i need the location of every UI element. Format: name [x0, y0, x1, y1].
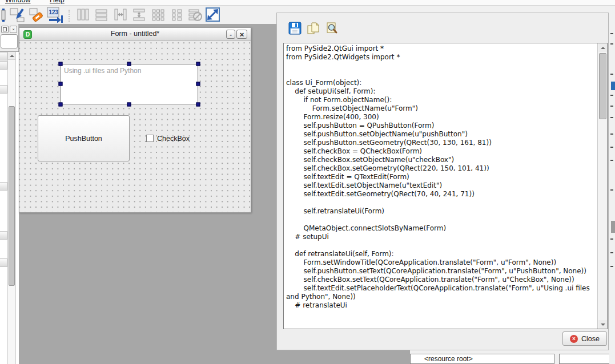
resource-root-item[interactable]: <resource root>	[424, 355, 473, 363]
svg-text:123: 123	[49, 9, 59, 15]
layout-vertical-button[interactable]	[94, 7, 110, 23]
dialog-close-button[interactable]: × Close	[562, 331, 607, 346]
scrollbar-thumb[interactable]	[9, 106, 15, 286]
clipped-text-mark	[610, 147, 613, 148]
clipped-text-mark	[610, 74, 613, 75]
widget-box-scrollbar[interactable]	[7, 52, 16, 364]
clipped-text-mark	[610, 117, 613, 118]
layout-vertical-icon	[94, 7, 110, 23]
break-layout-button[interactable]	[187, 7, 203, 23]
close-icon: ×	[12, 27, 15, 32]
widget-filter-input[interactable]	[1, 34, 18, 48]
edit-buddies-icon	[29, 7, 45, 23]
widget-box-panel: ×	[0, 24, 19, 364]
checkbox-indicator[interactable]	[146, 135, 154, 142]
selection-handle[interactable]	[196, 62, 200, 66]
selection-handle[interactable]	[59, 62, 63, 66]
selection-handle[interactable]	[127, 62, 131, 66]
close-icon: ×	[570, 335, 578, 343]
save-icon	[288, 22, 302, 35]
scrollbar-thumb[interactable]	[599, 53, 606, 119]
widget-category-row[interactable]	[0, 61, 7, 70]
code-preview-dialog: from PySide2.QtGui import * from PySide2…	[276, 13, 609, 350]
clipped-text-mark	[610, 266, 613, 267]
arrow-down-icon	[601, 323, 605, 326]
textedit-widget[interactable]: Using .ui files and Python	[61, 64, 198, 104]
edit-signals-slots-button[interactable]	[9, 7, 25, 23]
clipped-text-mark	[610, 189, 613, 191]
edit-tab-order-button[interactable]: 123	[47, 7, 63, 23]
scroll-up-button[interactable]	[598, 43, 607, 52]
close-button[interactable]: ×	[236, 30, 247, 39]
arrow-up-icon	[601, 47, 605, 49]
layout-form-icon	[169, 7, 185, 23]
code-scrollbar[interactable]	[597, 43, 607, 329]
dock-float-button[interactable]	[1, 26, 9, 33]
selection-handle[interactable]	[59, 82, 63, 86]
clipped-text-mark	[610, 134, 613, 135]
layout-vertical-splitter-button[interactable]	[131, 7, 147, 23]
selection-handle[interactable]	[127, 103, 131, 107]
adjust-size-icon	[205, 7, 221, 23]
form-title: Form - untitled*	[19, 30, 251, 38]
layout-horizontal-splitter-button[interactable]	[112, 7, 128, 23]
layout-horizontal-button[interactable]	[75, 7, 91, 23]
clipped-text-mark	[610, 160, 613, 161]
clipped-text-mark	[610, 43, 613, 45]
scroll-down-button[interactable]	[598, 320, 607, 329]
widget-category-row[interactable]	[0, 258, 7, 267]
form-preview-window: D Form - untitled* - × Using .ui files a…	[19, 27, 251, 213]
qt-designer-window: Window Help	[0, 0, 615, 364]
main-toolbar: 123	[0, 6, 278, 25]
form-titlebar[interactable]: D Form - untitled* - ×	[19, 28, 251, 41]
find-in-code-button[interactable]	[324, 21, 340, 37]
widget-category-row[interactable]	[0, 231, 7, 240]
selected-item-fragment[interactable]	[611, 82, 615, 90]
minimize-button[interactable]: -	[226, 30, 235, 39]
edit-buddies-button[interactable]	[29, 7, 45, 23]
layout-form-button[interactable]	[169, 7, 185, 23]
layout-vertical-splitter-icon	[131, 7, 147, 23]
clipped-text-mark	[610, 238, 613, 240]
item-fragment	[611, 221, 615, 233]
edit-tab-order-icon: 123	[47, 7, 63, 23]
widget-category-row[interactable]	[0, 52, 7, 60]
clipped-text-mark	[610, 33, 613, 34]
dock-close-button[interactable]: ×	[10, 26, 17, 33]
clipped-text-mark	[610, 95, 613, 96]
find-icon	[325, 22, 339, 35]
edit-widgets-button[interactable]	[0, 7, 7, 23]
edit-widgets-icon	[0, 7, 6, 22]
checkbox-label: CheckBox	[157, 135, 190, 143]
layout-grid-button[interactable]	[150, 7, 166, 23]
pushbutton-widget[interactable]: PushButton	[38, 115, 130, 161]
generated-python-code[interactable]: from PySide2.QtGui import * from PySide2…	[286, 45, 596, 310]
clipped-text-mark	[610, 106, 613, 107]
selection-handle[interactable]	[196, 103, 200, 107]
widget-category-row[interactable]	[0, 182, 7, 191]
widget-category-row[interactable]	[0, 85, 7, 94]
float-icon	[3, 27, 7, 31]
checkbox-widget[interactable]: CheckBox	[146, 127, 204, 150]
toolbar-separator	[69, 10, 70, 22]
copy-icon	[307, 22, 320, 35]
selection-handle[interactable]	[196, 82, 200, 86]
menu-window[interactable]: Window	[5, 0, 30, 4]
code-text-area[interactable]: from PySide2.QtGui import * from PySide2…	[283, 43, 608, 329]
widget-box-list[interactable]	[0, 51, 19, 364]
arrow-up-icon	[10, 55, 14, 57]
copy-code-button[interactable]	[306, 21, 321, 37]
save-code-button[interactable]	[287, 21, 303, 37]
resource-list[interactable]: <resource root>	[410, 354, 554, 364]
right-panel-strip	[609, 6, 615, 364]
layout-grid-icon	[150, 7, 166, 23]
menu-help[interactable]: Help	[50, 0, 65, 4]
layout-horizontal-splitter-icon	[112, 7, 128, 23]
close-button-label: Close	[581, 335, 600, 343]
clipped-text-mark	[610, 252, 613, 253]
scroll-up-button[interactable]	[8, 52, 15, 60]
adjust-size-button[interactable]	[205, 7, 221, 23]
resource-detail-list[interactable]	[559, 354, 615, 364]
layout-horizontal-icon	[75, 7, 91, 23]
selection-handle[interactable]	[59, 103, 63, 107]
